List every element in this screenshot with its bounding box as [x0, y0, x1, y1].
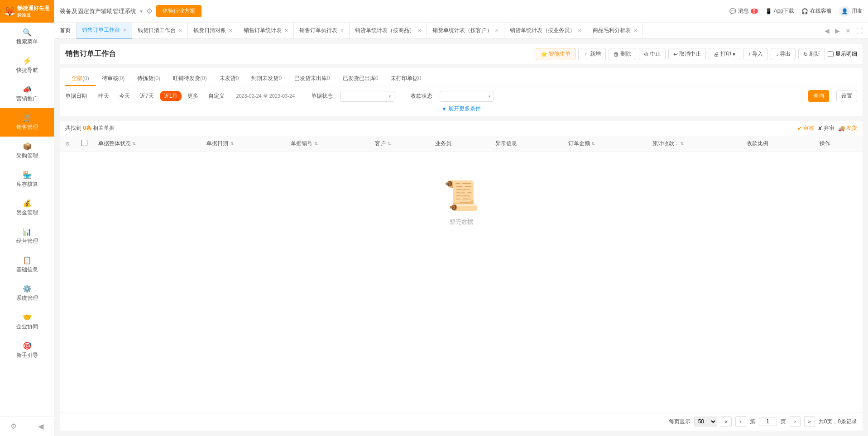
- sidebar-item-basic-info[interactable]: 📋 基础信息: [0, 251, 54, 279]
- tab-close-icon[interactable]: ✕: [123, 28, 126, 33]
- sort-customer-icon[interactable]: ⇅: [388, 141, 391, 146]
- filter-row-1: 单据日期 昨天 今天 近7天 近1月 更多 自定义 2023-02-24 至 2…: [65, 90, 857, 102]
- tab-sales-exec[interactable]: 销售订单执行表 ✕: [294, 23, 350, 39]
- sidebar-item-quick-nav[interactable]: ⚡ 快捷导航: [0, 51, 54, 80]
- app-download-item[interactable]: 📱 App下载: [765, 7, 794, 15]
- select-all-checkbox[interactable]: [81, 140, 87, 146]
- cancel-review-action-btn[interactable]: ✘ 弃审: [818, 124, 834, 132]
- status-select[interactable]: [340, 91, 394, 102]
- sort-amount-icon[interactable]: ⇅: [591, 141, 595, 146]
- filter-tab-pending-pickup[interactable]: 待拣货(0): [131, 72, 167, 86]
- date-1month-btn[interactable]: 近1月: [160, 91, 182, 101]
- ship-action-btn[interactable]: 🚚 发货: [838, 124, 857, 132]
- filter-tab-not-shipped[interactable]: 未发货0: [213, 72, 245, 86]
- system-dropdown-icon[interactable]: ▾: [140, 8, 143, 14]
- filter-tab-wangpu[interactable]: 旺铺待发货(0): [167, 72, 213, 86]
- filter-tab-overdue[interactable]: 到期未发货0: [245, 72, 288, 86]
- sort-date-icon[interactable]: ⇅: [230, 141, 234, 146]
- phone-icon: 📱: [765, 8, 772, 14]
- tab-sales-stats-customer[interactable]: 销货单统计表（按客户） ✕: [427, 23, 504, 39]
- settings-filter-btn[interactable]: 设置: [836, 90, 857, 102]
- tab-cash-reconcile[interactable]: 钱货日清对账 ✕: [188, 23, 238, 39]
- tab-close-icon[interactable]: ✕: [633, 28, 637, 33]
- import-btn[interactable]: ↑ 导入: [743, 48, 768, 60]
- settings-bottom-icon[interactable]: ⚙: [7, 420, 20, 432]
- tab-sales-workbench-label: 销售订单工作台: [82, 26, 120, 34]
- sidebar-item-search[interactable]: 🔍 搜索菜单: [0, 23, 54, 51]
- sidebar-item-enterprise[interactable]: 🤝 企业协同: [0, 308, 54, 336]
- show-detail-checkbox[interactable]: [828, 51, 834, 57]
- tab-close-icon[interactable]: ✕: [284, 28, 288, 33]
- industry-btn[interactable]: 体验行业方案: [156, 5, 201, 17]
- col-settings-icon[interactable]: ⚙: [65, 141, 70, 147]
- sidebar-item-inventory[interactable]: 🏪 库存核算: [0, 165, 54, 194]
- filter-tab-all[interactable]: 全部(0): [65, 72, 96, 86]
- sidebar-item-finance[interactable]: 💰 资金管理: [0, 194, 54, 222]
- sort-number-icon[interactable]: ⇅: [314, 141, 318, 146]
- tab-maximize-btn[interactable]: ⛶: [854, 26, 864, 35]
- cancel-stop-btn[interactable]: ↩ 取消中止: [668, 48, 706, 60]
- col-amount: 订单金额 ⇅: [563, 136, 647, 152]
- tab-sales-stats[interactable]: 销售订单统计表 ✕: [238, 23, 294, 39]
- date-more-btn[interactable]: 更多: [183, 91, 202, 101]
- tab-close-icon[interactable]: ✕: [340, 28, 344, 33]
- page-actions: ⭐ 智能生单 ＋ 新增 🗑 删除 ⊘ 中止 ↩ 取消中止: [536, 48, 857, 60]
- review-action-btn[interactable]: ✔ 审核: [797, 124, 814, 132]
- show-detail-checkbox-label[interactable]: 显示明细: [828, 50, 857, 58]
- gear-icon[interactable]: ⚙: [146, 7, 153, 15]
- sidebar-item-purchase[interactable]: 📦 采购管理: [0, 137, 54, 165]
- sidebar-item-guide[interactable]: 🎯 新手引导: [0, 336, 54, 365]
- tab-sales-stats-product[interactable]: 销货单统计表（按商品） ✕: [350, 23, 427, 39]
- sort-status-icon[interactable]: ⇅: [132, 141, 136, 146]
- export-btn[interactable]: ↓ 导出: [771, 48, 796, 60]
- query-btn[interactable]: 查询: [808, 90, 829, 102]
- tab-close-icon[interactable]: ✕: [417, 28, 421, 33]
- per-page-select[interactable]: 50 100 200: [694, 417, 717, 427]
- filter-tab-pending-review[interactable]: 待审核(0): [96, 72, 131, 86]
- tab-close-icon[interactable]: ✕: [578, 28, 581, 33]
- online-support-item[interactable]: 🎧 在线客服: [801, 7, 832, 15]
- page-last-btn[interactable]: »: [804, 416, 815, 427]
- sort-received-icon[interactable]: ⇅: [680, 141, 684, 146]
- tab-sales-workbench[interactable]: 销售订单工作台 ✕: [77, 23, 132, 39]
- message-label: 消息: [738, 7, 749, 15]
- date-custom-btn[interactable]: 自定义: [204, 91, 229, 101]
- collapse-icon[interactable]: ◀: [34, 420, 47, 432]
- page-first-btn[interactable]: «: [721, 416, 732, 427]
- user-item[interactable]: 👤 用友: [839, 6, 863, 17]
- refresh-btn[interactable]: ↻ 刷新: [798, 48, 825, 60]
- filter-tab-shipped-out[interactable]: 已发货已出库0: [336, 72, 385, 86]
- tab-profit-analysis[interactable]: 商品毛利分析表 ✕: [587, 23, 643, 39]
- tab-prev-btn[interactable]: ◀: [823, 26, 831, 35]
- tab-next-btn[interactable]: ▶: [833, 26, 842, 35]
- payment-select[interactable]: [440, 91, 494, 102]
- ai-btn[interactable]: ⭐ 智能生单: [536, 48, 575, 60]
- page-next-btn[interactable]: ›: [790, 416, 801, 427]
- tab-home[interactable]: 首页: [54, 23, 77, 39]
- col-staff: 业务员: [430, 136, 490, 152]
- filter-tab-shipped-not-out[interactable]: 已发货未出库0: [288, 72, 336, 86]
- delete-btn[interactable]: 🗑 删除: [609, 48, 636, 60]
- tab-close-icon[interactable]: ✕: [178, 28, 182, 33]
- sidebar-item-operations[interactable]: 📊 经营管理: [0, 222, 54, 251]
- expand-conditions-btn[interactable]: ▼ 展开更多条件: [441, 105, 481, 113]
- stop-btn[interactable]: ⊘ 中止: [639, 48, 666, 60]
- date-today-btn[interactable]: 今天: [115, 91, 134, 101]
- check-icon: ✔: [797, 125, 802, 132]
- tab-close-all-btn[interactable]: ✕: [844, 26, 853, 35]
- sidebar-item-system[interactable]: ⚙️ 系统管理: [0, 279, 54, 308]
- message-item[interactable]: 💬 消息 6: [729, 7, 758, 15]
- tab-cash-daily[interactable]: 钱货日清工作台 ✕: [132, 23, 188, 39]
- page-input[interactable]: [759, 417, 777, 426]
- add-btn[interactable]: ＋ 新增: [578, 48, 606, 60]
- tab-sales-stats-staff[interactable]: 销货单统计表（按业务员） ✕: [504, 23, 587, 39]
- date-7days-btn[interactable]: 近7天: [136, 91, 158, 101]
- print-btn[interactable]: 🖨 打印 ▾: [709, 48, 740, 60]
- sidebar-item-sales[interactable]: 🛒 销售管理: [0, 108, 54, 137]
- date-yesterday-btn[interactable]: 昨天: [94, 91, 113, 101]
- sidebar-item-marketing[interactable]: 📣 营销推广: [0, 80, 54, 108]
- filter-tab-unprinted[interactable]: 未打印单据0: [384, 72, 427, 86]
- tab-close-icon[interactable]: ✕: [229, 28, 232, 33]
- page-prev-btn[interactable]: ‹: [735, 416, 746, 427]
- tab-close-icon[interactable]: ✕: [495, 28, 499, 33]
